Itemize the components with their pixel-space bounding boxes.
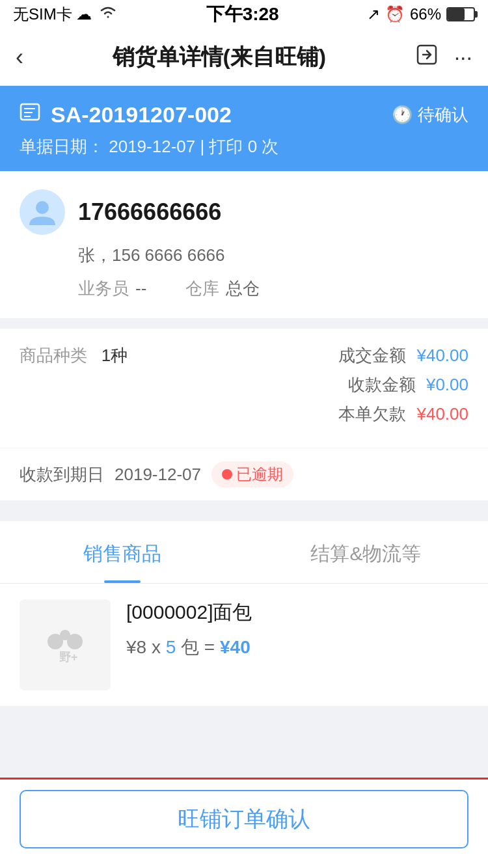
order-date: 单据日期： 2019-12-07 | 打印 0 次 <box>20 135 468 158</box>
warehouse-label: 仓库 <box>185 277 219 300</box>
avatar <box>20 189 65 235</box>
bottom-bar: 旺铺订单确认 <box>0 778 488 868</box>
customer-section: 17666666666 张，156 6666 6666 业务员 -- 仓库 总仓 <box>0 171 488 318</box>
customer-phone: 17666666666 <box>78 198 221 226</box>
tab-products[interactable]: 销售商品 <box>0 521 244 583</box>
overdue-label: 已逾期 <box>236 464 283 485</box>
svg-point-8 <box>60 630 70 640</box>
customer-name: 张，156 6666 6666 <box>20 244 468 267</box>
divider-1 <box>0 318 488 329</box>
amount-label: 成交金额 <box>338 344 406 367</box>
time-display: 下午3:28 <box>206 2 279 27</box>
battery-icon <box>446 7 475 21</box>
share-button[interactable] <box>415 43 439 72</box>
tab-active-indicator <box>104 580 141 583</box>
product-name: [0000002]面包 <box>126 599 468 626</box>
nav-actions: ··· <box>415 43 472 72</box>
summary-section: 商品种类 1种 成交金额 ¥40.00 收款金额 ¥0.00 本单欠款 ¥40.… <box>0 329 488 448</box>
received-value: ¥0.00 <box>426 375 468 395</box>
status-text: 待确认 <box>418 103 468 126</box>
tabs-header: 销售商品 结算&物流等 <box>0 521 488 584</box>
owed-value: ¥40.00 <box>416 404 468 424</box>
status-left: 无SIM卡 ☁ <box>13 4 118 25</box>
owed-label: 本单欠款 <box>338 403 406 426</box>
nav-bar: ‹ 销货单详情(来自旺铺) ··· <box>0 29 488 86</box>
warehouse-value: 总仓 <box>226 277 260 300</box>
sales-rep-label: 业务员 <box>78 277 129 300</box>
wifi-icon <box>98 5 118 23</box>
alarm-icon: ⏰ <box>385 5 405 23</box>
clock-icon: 🕐 <box>392 105 413 125</box>
sales-rep-value: -- <box>135 278 146 299</box>
order-id-text: SA-20191207-002 <box>51 102 232 128</box>
status-bar: 无SIM卡 ☁ 下午3:28 ↗ ⏰ 66% <box>0 0 488 29</box>
order-icon <box>20 102 43 128</box>
tabs-section: 销售商品 结算&物流等 野+ [0000002]面包 ¥8 x <box>0 521 488 706</box>
overdue-dot-icon <box>222 469 232 480</box>
product-list: 野+ [0000002]面包 ¥8 x 5 包 = ¥40 <box>0 584 488 706</box>
amount-value: ¥40.00 <box>416 346 468 366</box>
svg-point-5 <box>36 201 49 214</box>
product-info: [0000002]面包 ¥8 x 5 包 = ¥40 <box>126 599 468 660</box>
product-type-value: 1种 <box>102 346 128 365</box>
confirm-order-button[interactable]: 旺铺订单确认 <box>20 790 468 848</box>
tab-settlement[interactable]: 结算&物流等 <box>244 521 488 583</box>
product-total: ¥40 <box>220 637 251 657</box>
product-type-label: 商品种类 <box>20 346 87 365</box>
table-row: 野+ [0000002]面包 ¥8 x 5 包 = ¥40 <box>20 599 468 690</box>
page-title: 销货单详情(来自旺铺) <box>113 42 327 72</box>
location-icon: ↗ <box>367 5 380 23</box>
status-right: ↗ ⏰ 66% <box>367 5 475 23</box>
due-date-value: 2019-12-07 <box>115 465 201 485</box>
no-sim-label: 无SIM卡 ☁ <box>13 4 92 25</box>
overdue-badge: 已逾期 <box>211 461 293 487</box>
product-qty: 5 <box>166 637 176 657</box>
product-price: ¥8 x 5 包 = ¥40 <box>126 635 468 660</box>
divider-2 <box>0 500 488 511</box>
order-id: SA-20191207-002 <box>20 102 232 128</box>
svg-text:野+: 野+ <box>59 651 78 664</box>
product-thumbnail: 野+ <box>20 599 111 690</box>
order-header: SA-20191207-002 🕐 待确认 单据日期： 2019-12-07 |… <box>0 86 488 171</box>
back-button[interactable]: ‹ <box>16 44 23 71</box>
received-label: 收款金额 <box>348 373 416 396</box>
more-button[interactable]: ··· <box>454 44 472 70</box>
battery-percent: 66% <box>410 5 441 23</box>
due-section: 收款到期日 2019-12-07 已逾期 <box>0 448 488 500</box>
due-date-label: 收款到期日 <box>20 463 104 486</box>
order-status: 🕐 待确认 <box>392 103 468 126</box>
